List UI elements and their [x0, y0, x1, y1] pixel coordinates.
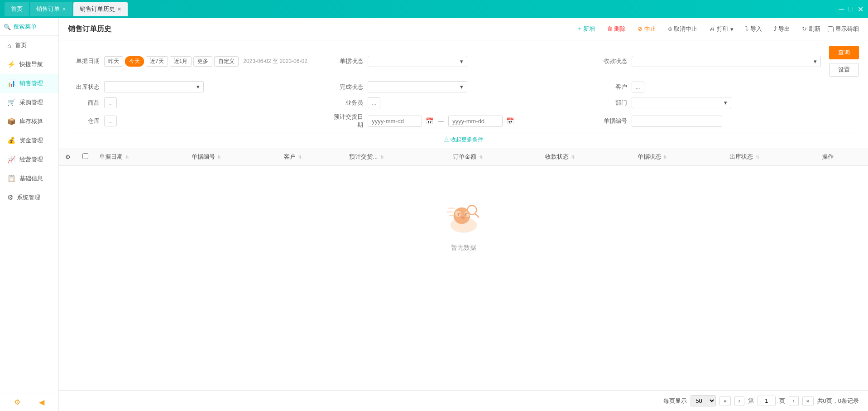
- sidebar-item-basic-info[interactable]: 📋 基础信息: [0, 169, 58, 188]
- calendar-from-icon[interactable]: 📅: [426, 117, 433, 125]
- customer-ellipsis-btn[interactable]: ...: [632, 82, 644, 92]
- tab-sales-order-history[interactable]: 销售订单历史 ✕: [73, 2, 128, 16]
- empty-text: 暂无数据: [451, 244, 476, 252]
- new-button[interactable]: + 新增: [573, 23, 599, 35]
- refresh-button[interactable]: ↻ 刷新: [797, 23, 825, 35]
- outbound-arrow: ▾: [197, 83, 200, 90]
- sidebar-item-quick-nav[interactable]: ⚡ 快捷导航: [0, 55, 58, 74]
- bill-no-input[interactable]: [632, 116, 722, 127]
- sidebar-item-ops-mgmt[interactable]: 📈 经营管理: [0, 150, 58, 169]
- outbound-select[interactable]: ▾: [104, 81, 204, 92]
- query-button[interactable]: 查询: [829, 46, 859, 59]
- select-all-checkbox[interactable]: [82, 153, 88, 159]
- complete-arrow: ▾: [460, 83, 463, 90]
- receipt-status-select[interactable]: ▾: [632, 56, 821, 67]
- empty-state: 暂无数据: [59, 166, 868, 279]
- delivery-col-label: 预计交货...: [349, 153, 378, 160]
- outbound-status-col-header[interactable]: 出库状态 ⇅: [724, 148, 816, 166]
- cancel-stop-button[interactable]: ⊙ 取消中止: [663, 23, 702, 35]
- last-page-btn[interactable]: »: [802, 396, 814, 406]
- bill-status-col-header[interactable]: 单据状态 ⇅: [632, 148, 724, 166]
- sidebar-item-inventory-check[interactable]: 📦 库存核算: [0, 112, 58, 131]
- sidebar-item-sys-mgmt[interactable]: ⚙ 系统管理: [0, 188, 58, 207]
- tab-history-close[interactable]: ✕: [117, 6, 121, 12]
- export-button[interactable]: ⤴ 导出: [769, 23, 795, 35]
- collapse-btn[interactable]: △ 收起更多条件: [68, 134, 859, 148]
- page-size-label: 每页显示: [663, 397, 687, 405]
- date-btn-today[interactable]: 今天: [125, 56, 144, 67]
- salesperson-ellipsis-btn[interactable]: ...: [368, 97, 380, 108]
- top-bar: 首页 销售订单 ✕ 销售订单历史 ✕ ─ □ ✕: [0, 0, 868, 18]
- table-header: ⚙ 单据日期 ⇅ 单据编号 ⇅ 客户 ⇅: [59, 148, 868, 166]
- stop-button[interactable]: ⊘ 中止: [633, 23, 661, 35]
- delivery-date-label: 预计交货日期: [331, 113, 368, 129]
- sidebar-settings-btn[interactable]: ⚙: [14, 398, 20, 406]
- next-page-btn[interactable]: ›: [789, 396, 799, 406]
- date-btn-7days[interactable]: 近7天: [146, 56, 168, 67]
- date-btn-custom[interactable]: 自定义: [214, 56, 239, 67]
- page-title: 销售订单历史: [68, 24, 111, 34]
- filter-row-2: 出库状态 ▾ 完成状态 ▾ 客户 ...: [68, 81, 859, 92]
- goods-ellipsis-btn[interactable]: ...: [104, 97, 117, 108]
- dept-select[interactable]: ▾: [632, 97, 731, 108]
- tab-home[interactable]: 首页: [5, 2, 29, 16]
- basic-info-icon: 📋: [7, 174, 16, 183]
- receipt-status-control: ▾ 查询 设置: [632, 46, 859, 77]
- sidebar-item-home[interactable]: ⌂ 首页: [0, 36, 58, 55]
- delete-button[interactable]: 🗑 删除: [602, 23, 631, 35]
- receipt-status-sort-icon: ⇅: [571, 155, 575, 160]
- date-col-header[interactable]: 单据日期 ⇅: [94, 148, 186, 166]
- date-btn-yesterday[interactable]: 昨天: [104, 56, 123, 67]
- sidebar-item-sales-mgmt[interactable]: 📊 销售管理: [0, 74, 58, 93]
- window-max-btn[interactable]: □: [849, 5, 853, 13]
- tab-sales-order[interactable]: 销售订单 ✕: [30, 2, 72, 16]
- sidebar-item-basic-info-label: 基础信息: [19, 174, 43, 183]
- delivery-date-from-input[interactable]: [368, 116, 422, 127]
- delivery-col-header[interactable]: 预计交货... ⇅: [344, 148, 447, 166]
- complete-select[interactable]: ▾: [368, 81, 467, 92]
- sidebar-item-purchase-mgmt[interactable]: 🛒 采购管理: [0, 93, 58, 112]
- date-btn-1month[interactable]: 近1月: [170, 56, 192, 67]
- top-bar-controls: ─ □ ✕: [839, 5, 863, 14]
- sidebar-item-quick-nav-label: 快捷导航: [19, 60, 43, 68]
- sidebar-collapse-btn[interactable]: ◀: [39, 398, 44, 406]
- sidebar-search[interactable]: 🔍 搜索菜单: [0, 18, 58, 36]
- tab-sales-order-close[interactable]: ✕: [62, 6, 66, 12]
- page-size-select[interactable]: 50 100 200: [691, 395, 716, 406]
- sidebar-item-sys-mgmt-label: 系统管理: [17, 193, 40, 202]
- amount-col-header[interactable]: 订单金额 ⇅: [447, 148, 540, 166]
- sidebar-item-ops-mgmt-label: 经营管理: [19, 155, 43, 164]
- delivery-date-to-input[interactable]: [448, 116, 503, 127]
- prev-page-btn[interactable]: ‹: [734, 396, 744, 406]
- checkbox-col-header[interactable]: [77, 148, 94, 166]
- amount-col-label: 订单金额: [453, 153, 476, 160]
- bill-no-col-header[interactable]: 单据编号 ⇅: [186, 148, 278, 166]
- complete-label: 完成状态: [331, 83, 368, 91]
- sidebar: 🔍 搜索菜单 ⌂ 首页 ⚡ 快捷导航 📊 销售管理 🛒 采购管理 📦 库存核算 …: [0, 18, 59, 411]
- customer-col-header[interactable]: 客户 ⇅: [278, 148, 344, 166]
- display-cols-check[interactable]: 显示碍细: [828, 25, 859, 33]
- display-cols-checkbox[interactable]: [828, 26, 834, 32]
- page-label: 页: [779, 397, 785, 405]
- page-number-input[interactable]: [758, 396, 776, 406]
- status-filter-control: ▾: [368, 56, 595, 67]
- warehouse-filter-control: ...: [104, 116, 331, 126]
- sidebar-item-fund-mgmt[interactable]: 💰 资金管理: [0, 131, 58, 150]
- sales-mgmt-icon: 📊: [7, 79, 16, 87]
- warehouse-ellipsis-btn[interactable]: ...: [104, 116, 117, 126]
- receipt-status-label: 收款状态: [595, 57, 632, 65]
- calendar-to-icon[interactable]: 📅: [506, 117, 514, 125]
- status-select[interactable]: ▾: [368, 56, 467, 67]
- date-btn-more[interactable]: 更多: [193, 56, 212, 67]
- import-button[interactable]: ⤵ 导入: [741, 23, 767, 35]
- first-page-btn[interactable]: «: [719, 396, 731, 406]
- window-close-btn[interactable]: ✕: [858, 5, 863, 14]
- receipt-status-col-header[interactable]: 收款状态 ⇅: [540, 148, 632, 166]
- window-min-btn[interactable]: ─: [839, 5, 844, 13]
- status-select-arrow: ▾: [460, 58, 463, 65]
- outbound-filter-control: ▾: [104, 81, 331, 92]
- print-button[interactable]: 🖨 打印 ▾: [705, 23, 739, 35]
- settings-col-header[interactable]: ⚙: [59, 148, 77, 166]
- set-button[interactable]: 设置: [829, 63, 859, 77]
- outbound-status-col-label: 出库状态: [729, 153, 753, 160]
